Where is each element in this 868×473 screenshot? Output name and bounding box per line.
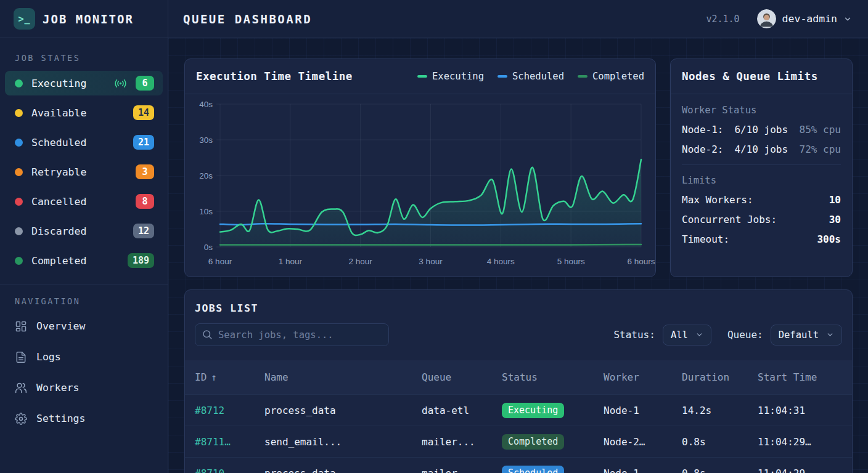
limit-label: Timeout: [682,233,729,245]
sidebar-item-job-state[interactable]: Executing 6 [5,71,163,95]
table-row[interactable]: #8710 process_data mailer Scheduled Node… [185,457,852,473]
terminal-logo-icon: >_ [14,8,35,30]
node-jobs: 4/10 jobs [734,144,788,155]
table-row[interactable]: #8712 process_data data-etl Executing No… [185,394,852,426]
column-header-id[interactable]: ID↑ [195,371,264,383]
filter-label: Queue: [727,329,763,341]
job-worker: Node-2… [604,436,682,448]
job-name: process_data [264,467,422,473]
sidebar-item-job-state[interactable]: Cancelled 8 [5,189,163,214]
jobs-list-card: JOBS LIST Status: All Queue: Default [184,289,853,473]
legend-color-dash [417,75,427,78]
job-id-link[interactable]: #8712 [195,405,264,416]
sidebar-item-overview[interactable]: Overview [5,314,163,338]
column-header-duration[interactable]: Duration [682,371,758,383]
job-duration: 0.8s [682,467,758,473]
legend-label: Completed [592,71,644,82]
table-row[interactable]: #8711… send_email... mailer... Completed… [185,426,852,457]
filter-dropdown[interactable]: Default [771,325,842,346]
nav-item-label: Logs [36,351,61,363]
limit-label: Concurrent Jobs: [682,214,777,225]
svg-text:1 hour: 1 hour [279,257,303,266]
limit-value: 10 [829,194,841,206]
job-state-label: Completed [31,255,86,267]
job-queue: mailer... [422,436,502,448]
node-jobs: 6/10 jobs [734,124,788,135]
svg-text:3 hour: 3 hour [419,257,443,266]
job-id-link[interactable]: #8711… [195,436,264,448]
job-name: process_data [264,405,422,416]
job-queue: data-etl [422,405,502,416]
node-cpu: 85% cpu [800,124,841,135]
column-header-status[interactable]: Status [502,371,604,383]
job-start-time: 11:04:29 [758,467,852,473]
limit-value: 30 [829,214,841,225]
svg-text:4 hours: 4 hours [487,257,515,266]
job-id-link[interactable]: #8710 [195,467,264,473]
sidebar-item-job-state[interactable]: Available 14 [5,100,163,125]
sidebar-item-workers[interactable]: Workers [5,376,163,400]
column-header-queue[interactable]: Queue [422,371,502,383]
svg-text:6 hour: 6 hour [208,257,232,266]
sidebar: JOB STATES Executing 6 Available 14 Sche… [0,38,168,473]
state-color-dot [15,168,23,176]
filter-dropdown[interactable]: All [663,325,711,346]
status-badge: Completed [502,434,564,450]
nodes-limits-card: Nodes & Queue Limits Worker Status Node-… [670,59,853,277]
nav-item-label: Overview [36,320,85,332]
job-state-count-badge: 189 [128,253,154,268]
job-state-label: Retryable [31,166,86,178]
state-color-dot [15,109,23,117]
page-title: QUEUE DASHBOARD [183,12,312,26]
sidebar-item-job-state[interactable]: Completed 189 [5,248,163,273]
legend-item[interactable]: Scheduled [497,71,564,82]
logs-icon [15,351,27,363]
legend-label: Scheduled [512,71,564,82]
legend-item[interactable]: Executing [417,71,484,82]
live-signal-icon [114,79,127,88]
column-header-start-time[interactable]: Start Time [758,371,852,383]
dropdown-value: All [671,329,688,341]
column-header-worker[interactable]: Worker [604,371,682,383]
job-start-time: 11:04:29… [758,436,852,448]
job-worker: Node-1 [604,405,682,416]
chevron-down-icon [843,15,852,23]
svg-text:0s: 0s [204,243,213,252]
limit-label: Max Workers: [682,194,753,206]
job-state-count-badge: 3 [136,164,154,179]
limit-row: Max Workers: 10 [682,194,841,206]
job-worker: Node-1 [604,467,682,473]
job-start-time: 11:04:31 [758,405,852,416]
job-state-count-badge: 8 [136,194,154,209]
state-color-dot [15,79,23,87]
main-content: Execution Time Timeline Executing Schedu… [168,38,868,473]
sidebar-item-logs[interactable]: Logs [5,345,163,369]
limit-row: Concurrent Jobs: 30 [682,214,841,225]
job-state-label: Discarded [31,225,86,237]
job-state-label: Scheduled [31,137,86,148]
svg-text:30s: 30s [199,135,213,145]
jobs-list-title: JOBS LIST [185,290,852,314]
settings-icon [15,413,27,425]
sidebar-item-job-state[interactable]: Scheduled 21 [5,130,163,155]
sidebar-item-settings[interactable]: Settings [5,406,163,431]
legend-color-dash [578,75,588,78]
job-states-heading: JOB STATES [0,42,168,71]
user-menu[interactable]: dev-admin [757,9,852,28]
svg-text:6 hours: 6 hours [627,257,655,266]
filter-label: Status: [613,329,655,341]
job-state-label: Cancelled [31,196,86,208]
state-color-dot [15,139,23,147]
column-header-name[interactable]: Name [264,371,422,383]
svg-text:10s: 10s [199,207,213,216]
navigation-list: Overview Logs Workers Settings [0,314,168,431]
svg-text:2 hour: 2 hour [349,257,373,266]
topbar: QUEUE DASHBOARD v2.1.0 dev-admin [168,0,868,38]
nav-item-label: Workers [36,382,80,394]
svg-text:40s: 40s [199,100,213,109]
sidebar-item-job-state[interactable]: Retryable 3 [5,160,163,184]
legend-item[interactable]: Completed [578,71,644,82]
sidebar-item-job-state[interactable]: Discarded 12 [5,219,163,243]
search-input[interactable] [195,323,389,346]
user-avatar [757,9,776,28]
